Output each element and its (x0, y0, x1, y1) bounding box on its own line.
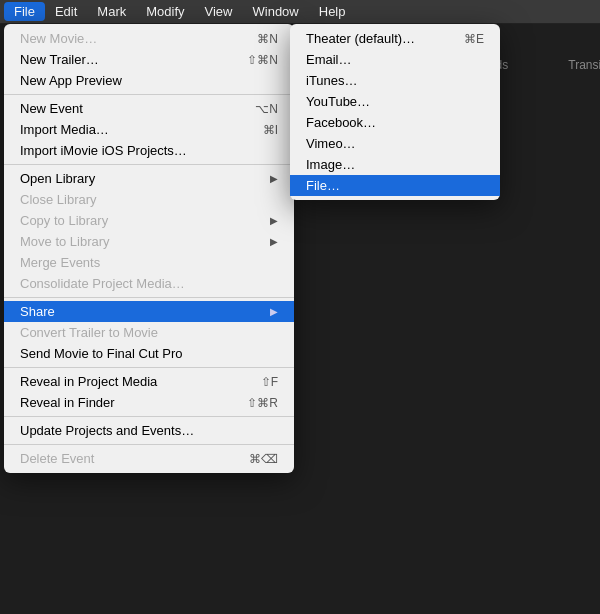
menu-item-label: Copy to Library (20, 213, 108, 228)
menu-item-label: Consolidate Project Media… (20, 276, 185, 291)
menu-item-update-projects[interactable]: Update Projects and Events… (4, 420, 294, 441)
menu-item-new-trailer[interactable]: New Trailer… ⇧⌘N (4, 49, 294, 70)
menu-item-shortcut: ⌘⌫ (249, 452, 278, 466)
menu-item-label: Open Library (20, 171, 95, 186)
menu-item-label: Facebook… (306, 115, 376, 130)
share-item-image[interactable]: Image… (290, 154, 500, 175)
separator-6 (4, 444, 294, 445)
share-item-vimeo[interactable]: Vimeo… (290, 133, 500, 154)
arrow-icon: ▶ (270, 215, 278, 226)
share-item-theater[interactable]: Theater (default)… ⌘E (290, 28, 500, 49)
menu-item-label: Delete Event (20, 451, 94, 466)
separator-1 (4, 94, 294, 95)
menu-item-import-media[interactable]: Import Media… ⌘I (4, 119, 294, 140)
tab-transitions: Transitions (568, 58, 600, 72)
menu-item-share[interactable]: Share ▶ (4, 301, 294, 322)
menu-item-copy-to-library[interactable]: Copy to Library ▶ (4, 210, 294, 231)
share-submenu: Theater (default)… ⌘E Email… iTunes… You… (290, 24, 500, 200)
menu-item-label: Move to Library (20, 234, 110, 249)
menu-item-consolidate[interactable]: Consolidate Project Media… (4, 273, 294, 294)
menu-item-delete-event[interactable]: Delete Event ⌘⌫ (4, 448, 294, 469)
separator-2 (4, 164, 294, 165)
menu-item-label: iTunes… (306, 73, 358, 88)
separator-5 (4, 416, 294, 417)
menubar-modify[interactable]: Modify (136, 2, 194, 21)
arrow-icon: ▶ (270, 236, 278, 247)
share-item-youtube[interactable]: YouTube… (290, 91, 500, 112)
menubar-window[interactable]: Window (243, 2, 309, 21)
menu-item-label: Send Movie to Final Cut Pro (20, 346, 183, 361)
menubar-view[interactable]: View (195, 2, 243, 21)
menu-item-label: Merge Events (20, 255, 100, 270)
menu-item-reveal-project[interactable]: Reveal in Project Media ⇧F (4, 371, 294, 392)
menu-item-label: Image… (306, 157, 355, 172)
menu-item-shortcut: ⌘N (257, 32, 278, 46)
menu-item-shortcut: ⌥N (255, 102, 278, 116)
menubar-help[interactable]: Help (309, 2, 356, 21)
menu-item-label: Import iMovie iOS Projects… (20, 143, 187, 158)
menu-item-label: Convert Trailer to Movie (20, 325, 158, 340)
arrow-icon: ▶ (270, 173, 278, 184)
menu-item-label: Vimeo… (306, 136, 356, 151)
menu-item-shortcut: ⇧⌘N (247, 53, 278, 67)
menu-item-label: Reveal in Project Media (20, 374, 157, 389)
separator-4 (4, 367, 294, 368)
menu-item-label: New App Preview (20, 73, 122, 88)
menu-item-label: Email… (306, 52, 352, 67)
file-menu: New Movie… ⌘N New Trailer… ⇧⌘N New App P… (4, 24, 294, 473)
menu-item-open-library[interactable]: Open Library ▶ (4, 168, 294, 189)
menu-item-new-app-preview[interactable]: New App Preview (4, 70, 294, 91)
arrow-icon: ▶ (270, 306, 278, 317)
menu-item-label: Close Library (20, 192, 97, 207)
share-item-facebook[interactable]: Facebook… (290, 112, 500, 133)
menu-item-shortcut: ⌘E (464, 32, 484, 46)
menu-item-shortcut: ⌘I (263, 123, 278, 137)
menu-item-label: File… (306, 178, 340, 193)
menu-item-label: Theater (default)… (306, 31, 415, 46)
menu-item-label: New Trailer… (20, 52, 99, 67)
menu-item-label: New Event (20, 101, 83, 116)
menu-item-label: Share (20, 304, 55, 319)
menu-item-close-library[interactable]: Close Library (4, 189, 294, 210)
menu-item-shortcut: ⇧F (261, 375, 278, 389)
menu-item-import-imovie[interactable]: Import iMovie iOS Projects… (4, 140, 294, 161)
menubar-file[interactable]: File (4, 2, 45, 21)
menu-item-send-to-fcp[interactable]: Send Movie to Final Cut Pro (4, 343, 294, 364)
menu-item-new-movie[interactable]: New Movie… ⌘N (4, 28, 294, 49)
menu-item-move-to-library[interactable]: Move to Library ▶ (4, 231, 294, 252)
separator-3 (4, 297, 294, 298)
menu-item-label: New Movie… (20, 31, 97, 46)
menu-item-shortcut: ⇧⌘R (247, 396, 278, 410)
share-item-itunes[interactable]: iTunes… (290, 70, 500, 91)
share-item-file[interactable]: File… (290, 175, 500, 196)
menu-item-reveal-finder[interactable]: Reveal in Finder ⇧⌘R (4, 392, 294, 413)
menu-item-label: Update Projects and Events… (20, 423, 194, 438)
menu-item-merge-events[interactable]: Merge Events (4, 252, 294, 273)
share-item-email[interactable]: Email… (290, 49, 500, 70)
menu-item-new-event[interactable]: New Event ⌥N (4, 98, 294, 119)
menubar-edit[interactable]: Edit (45, 2, 87, 21)
menu-item-label: Reveal in Finder (20, 395, 115, 410)
menu-item-label: YouTube… (306, 94, 370, 109)
menu-item-label: Import Media… (20, 122, 109, 137)
menu-item-convert-trailer[interactable]: Convert Trailer to Movie (4, 322, 294, 343)
menubar-mark[interactable]: Mark (87, 2, 136, 21)
menubar: File Edit Mark Modify View Window Help (0, 0, 600, 24)
